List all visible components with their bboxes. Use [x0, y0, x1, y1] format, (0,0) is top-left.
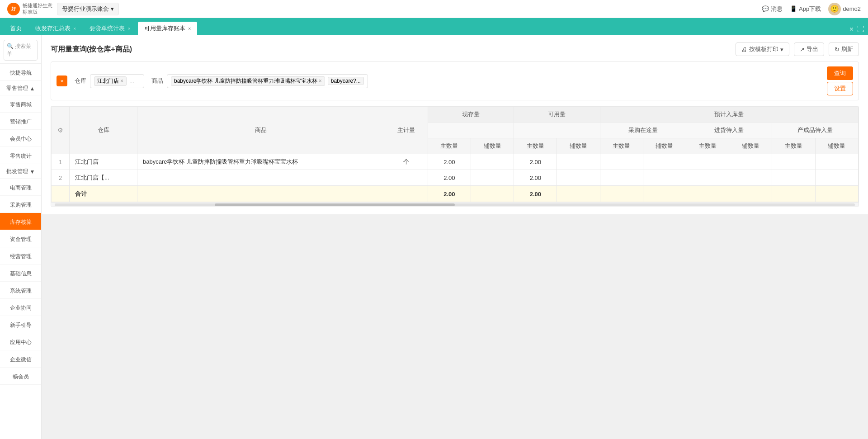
remove-product-tag-1[interactable]: × — [319, 78, 322, 84]
message-button[interactable]: 💬 消息 — [762, 5, 783, 13]
current-stock-group-header: 现存量 — [428, 107, 514, 123]
page-content: 可用量查询(按仓库+商品) 🖨 按模板打印 ▾ ↗ 导出 ↻ — [42, 35, 868, 439]
scroll-track[interactable] — [55, 203, 855, 206]
export-button[interactable]: ↗ 导出 — [794, 42, 824, 56]
purchase-main-qty-header: 主数量 — [600, 138, 643, 154]
app-download-button[interactable]: 📱 App下载 — [790, 5, 821, 13]
main-layout: 🔍 搜索菜单 快捷导航 零售管理 ▲ 零售商城 营销推广 会员中心 零售统计 批… — [0, 35, 868, 439]
row-1-index: 1 — [52, 154, 70, 170]
chevron-down-icon: ▾ — [111, 5, 114, 12]
tab-receive-summary[interactable]: 收发存汇总表 × — [29, 22, 82, 35]
finished-main-qty-header: 主数量 — [772, 138, 815, 154]
current-aux-qty-header: 辅数量 — [471, 138, 514, 154]
row-1-incoming-aux — [729, 154, 772, 170]
filter-toggle-button[interactable]: » — [57, 76, 67, 86]
tab-order-stat[interactable]: 要货单统计表 × — [83, 22, 137, 35]
tab-available-stock[interactable]: 可用量库存账本 × — [138, 22, 197, 35]
page-inner: 可用量查询(按仓库+商品) 🖨 按模板打印 ▾ ↗ 导出 ↻ — [42, 35, 868, 214]
sidebar-item-enterprise-collab[interactable]: 企业协同 — [0, 299, 41, 316]
sidebar-item-retail-stat[interactable]: 零售统计 — [0, 147, 41, 164]
setting-button[interactable]: 设置 — [827, 82, 853, 95]
product-tag-1: babycare学饮杯 儿童防摔防撞吸管杯重力球吸嘴杯宝宝水杯 × — [171, 76, 325, 86]
row-1-incoming-main — [686, 154, 729, 170]
sidebar-item-operation-mgmt[interactable]: 经营管理 — [0, 247, 41, 264]
user-menu[interactable]: 🙂 demo2 — [828, 3, 861, 15]
content-area: 可用量查询(按仓库+商品) 🖨 按模板打印 ▾ ↗ 导出 ↻ — [42, 35, 868, 439]
data-table: ⚙ 仓库 商品 主计量 现存量 可用量 预计入库量 — [51, 106, 859, 202]
sidebar-item-new-guide[interactable]: 新手引导 — [0, 316, 41, 333]
finished-aux-qty-header: 辅数量 — [815, 138, 858, 154]
row-1-available-main: 2.00 — [514, 154, 557, 170]
product-filter-group: 商品 babycare学饮杯 儿童防摔防撞吸管杯重力球吸嘴杯宝宝水杯 × bab… — [151, 74, 368, 88]
sidebar-item-member-center[interactable]: 会员中心 — [0, 130, 41, 147]
sidebar-item-member-vip[interactable]: 畅会员 — [0, 368, 41, 385]
sidebar: 🔍 搜索菜单 快捷导航 零售管理 ▲ 零售商城 营销推广 会员中心 零售统计 批… — [0, 35, 42, 439]
sidebar-item-inventory-check[interactable]: 库存核算 — [0, 213, 41, 230]
table-row: 2 江北门店【... 2.00 2.00 — [52, 170, 859, 186]
row-2-incoming-main — [686, 170, 729, 186]
sidebar-item-wholesale-mgmt[interactable]: 批发管理 ▼ — [0, 164, 41, 179]
close-tab-order-stat[interactable]: × — [127, 26, 130, 31]
print-template-button[interactable]: 🖨 按模板打印 ▾ — [736, 42, 789, 56]
page-actions: 🖨 按模板打印 ▾ ↗ 导出 ↻ 刷新 — [736, 42, 859, 56]
sidebar-item-system-mgmt[interactable]: 系统管理 — [0, 282, 41, 299]
row-2-product — [137, 170, 385, 186]
sidebar-item-enterprise-wechat[interactable]: 企业微信 — [0, 350, 41, 368]
filter-actions: 查询 设置 — [827, 66, 853, 95]
table-scroll-bar — [51, 202, 859, 207]
sidebar-search-area: 🔍 搜索菜单 — [0, 35, 41, 64]
table-row: 1 江北门店 babycare学饮杯 儿童防摔防撞吸管杯重力球吸嘴杯宝宝水杯 个… — [52, 154, 859, 170]
row-1-current-main: 2.00 — [428, 154, 471, 170]
row-2-unit — [385, 170, 428, 186]
sidebar-item-app-center[interactable]: 应用中心 — [0, 333, 41, 350]
row-2-purchase-main — [600, 170, 643, 186]
tab-home[interactable]: 首页 — [4, 22, 28, 35]
sidebar-item-marketing[interactable]: 营销推广 — [0, 113, 41, 130]
sidebar-item-finance-mgmt[interactable]: 资金管理 — [0, 230, 41, 247]
industry-selector[interactable]: 母婴行业演示账套 ▾ — [57, 3, 119, 15]
product-input[interactable]: babycare学饮杯 儿童防摔防撞吸管杯重力球吸嘴杯宝宝水杯 × babyca… — [167, 74, 368, 88]
sidebar-search-button[interactable]: 🔍 搜索菜单 — [4, 40, 38, 61]
close-all-tabs-button[interactable]: × — [849, 25, 854, 33]
current-stock-sub — [428, 123, 514, 138]
close-tab-available-stock[interactable]: × — [188, 26, 191, 31]
warehouse-filter-group: 仓库 江北门店 × ... — [75, 74, 144, 88]
chevron-down-icon: ▼ — [30, 169, 35, 175]
available-group-header: 可用量 — [514, 107, 600, 123]
row-2-warehouse: 江北门店【... — [70, 170, 137, 186]
table-settings-icon[interactable]: ⚙ — [57, 127, 63, 134]
fullscreen-button[interactable]: ⛶ — [857, 25, 864, 33]
warehouse-column-header: 仓库 — [70, 107, 137, 154]
nav-tabs: 首页 收发存汇总表 × 要货单统计表 × 可用量库存账本 × × ⛶ — [0, 18, 868, 35]
scroll-thumb[interactable] — [215, 203, 455, 206]
row-1-warehouse: 江北门店 — [70, 154, 137, 170]
planned-inbound-group-header: 预计入库量 — [600, 107, 858, 123]
row-2-purchase-aux — [643, 170, 686, 186]
row-2-current-aux — [471, 170, 514, 186]
footer-available-main: 2.00 — [514, 186, 557, 202]
available-sub — [514, 123, 600, 138]
available-aux-qty-header: 辅数量 — [557, 138, 600, 154]
print-icon: 🖨 — [741, 46, 747, 53]
nav-controls: × ⛶ — [849, 25, 864, 35]
top-bar: 好 畅捷通好生意 标准版 母婴行业演示账套 ▾ 💬 消息 📱 App下载 🙂 d… — [0, 0, 868, 18]
sidebar-item-purchase-mgmt[interactable]: 采购管理 — [0, 196, 41, 213]
warehouse-input[interactable]: 江北门店 × ... — [90, 74, 144, 88]
more-indicator[interactable]: ... — [129, 78, 134, 85]
finished-pending-subheader: 产成品待入量 — [772, 123, 859, 138]
sidebar-item-retail-mgmt[interactable]: 零售管理 ▲ — [0, 81, 41, 95]
sidebar-item-basic-info[interactable]: 基础信息 — [0, 264, 41, 282]
query-button[interactable]: 查询 — [827, 66, 853, 80]
data-table-container: ⚙ 仓库 商品 主计量 现存量 可用量 预计入库量 — [51, 106, 859, 207]
row-1-current-aux — [471, 154, 514, 170]
sidebar-item-ecommerce-mgmt[interactable]: 电商管理 — [0, 179, 41, 196]
logo-text: 畅捷通好生意 标准版 — [23, 3, 52, 14]
sidebar-item-retail-mall[interactable]: 零售商城 — [0, 95, 41, 113]
remove-warehouse-tag[interactable]: × — [120, 78, 123, 84]
close-tab-receive-summary[interactable]: × — [73, 26, 76, 31]
row-2-index: 2 — [52, 170, 70, 186]
row-2-finished-main — [772, 170, 815, 186]
refresh-button[interactable]: ↻ 刷新 — [829, 42, 859, 56]
sidebar-item-quick-nav[interactable]: 快捷导航 — [0, 64, 41, 81]
logo-icon: 好 — [7, 3, 20, 15]
